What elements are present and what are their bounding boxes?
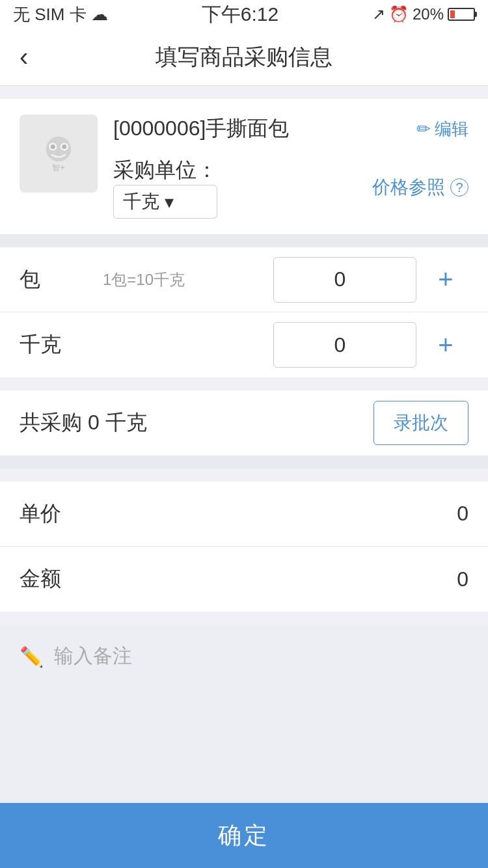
kg-input-row: 千克 + bbox=[0, 312, 488, 377]
bag-quantity-input[interactable] bbox=[273, 257, 416, 303]
product-name-row: [0000006]手撕面包 ✏ 编辑 bbox=[113, 115, 468, 143]
product-card: 智+ [0000006]手撕面包 ✏ 编辑 采购单位： 千克 ▾ 价格参照 ? bbox=[0, 99, 488, 234]
bag-label: 包 bbox=[20, 265, 98, 294]
edit-icon: ✏ bbox=[416, 119, 431, 139]
pencil-icon: ✏️ bbox=[20, 645, 44, 668]
status-left: 无 SIM 卡 ☁ bbox=[13, 3, 108, 26]
unit-select[interactable]: 千克 ▾ bbox=[113, 185, 217, 219]
edit-label: 编辑 bbox=[435, 118, 468, 141]
unit-row: 采购单位： 千克 ▾ 价格参照 ? bbox=[113, 156, 468, 219]
unit-label-area: 采购单位： 千克 ▾ bbox=[113, 156, 217, 219]
batch-button[interactable]: 录批次 bbox=[373, 401, 468, 445]
price-ref-label: 价格参照 bbox=[372, 175, 445, 200]
back-button[interactable]: ‹ bbox=[20, 42, 41, 72]
product-info: [0000006]手撕面包 ✏ 编辑 采购单位： 千克 ▾ 价格参照 ? bbox=[113, 115, 468, 219]
amount-label: 金额 bbox=[20, 565, 61, 593]
signal-text: 无 SIM 卡 ☁ bbox=[13, 3, 108, 26]
svg-point-4 bbox=[62, 144, 66, 149]
pricing-section: 单价 0 金额 0 bbox=[0, 481, 488, 612]
product-thumbnail: 智+ bbox=[20, 115, 98, 193]
unit-value: 千克 bbox=[123, 189, 159, 214]
summary-text: 共采购 0 千克 bbox=[20, 409, 147, 437]
quantity-section: 包 1包=10千克 + 千克 + bbox=[0, 247, 488, 377]
nav-bar: ‹ 填写商品采购信息 bbox=[0, 29, 488, 86]
notes-section[interactable]: ✏️ 输入备注 bbox=[0, 625, 488, 833]
status-right: ↗ ⏰ 20% bbox=[372, 5, 475, 23]
unit-price-value: 0 bbox=[457, 502, 468, 526]
bag-input-row: 包 1包=10千克 + bbox=[0, 247, 488, 312]
divider-1 bbox=[0, 234, 488, 247]
confirm-button[interactable]: 确定 bbox=[0, 803, 488, 868]
svg-text:智+: 智+ bbox=[52, 163, 64, 172]
kg-quantity-input[interactable] bbox=[273, 322, 416, 368]
kg-label: 千克 bbox=[20, 331, 98, 359]
divider-2 bbox=[0, 455, 488, 468]
status-bar: 无 SIM 卡 ☁ 下午6:12 ↗ ⏰ 20% bbox=[0, 0, 488, 29]
location-icon: ↗ bbox=[372, 5, 385, 23]
bag-plus-button[interactable]: + bbox=[423, 257, 468, 303]
alarm-icon: ⏰ bbox=[389, 5, 409, 23]
page-title: 填写商品采购信息 bbox=[156, 42, 332, 72]
help-icon: ? bbox=[450, 178, 468, 197]
dropdown-icon: ▾ bbox=[165, 191, 174, 213]
unit-price-row: 单价 0 bbox=[0, 481, 488, 547]
bag-sublabel: 1包=10千克 bbox=[103, 269, 185, 290]
notes-placeholder-text: 输入备注 bbox=[54, 643, 132, 670]
battery-percent: 20% bbox=[413, 5, 444, 23]
status-time: 下午6:12 bbox=[202, 1, 278, 28]
unit-label: 采购单位： bbox=[113, 158, 217, 182]
summary-row: 共采购 0 千克 录批次 bbox=[0, 390, 488, 455]
kg-plus-button[interactable]: + bbox=[423, 322, 468, 368]
battery-icon bbox=[448, 8, 475, 21]
product-name: [0000006]手撕面包 bbox=[113, 115, 289, 143]
edit-button[interactable]: ✏ 编辑 bbox=[416, 118, 468, 141]
amount-value: 0 bbox=[457, 567, 468, 591]
price-reference-button[interactable]: 价格参照 ? bbox=[372, 175, 468, 200]
unit-price-label: 单价 bbox=[20, 500, 61, 528]
amount-row: 金额 0 bbox=[0, 547, 488, 612]
svg-point-3 bbox=[51, 144, 55, 149]
